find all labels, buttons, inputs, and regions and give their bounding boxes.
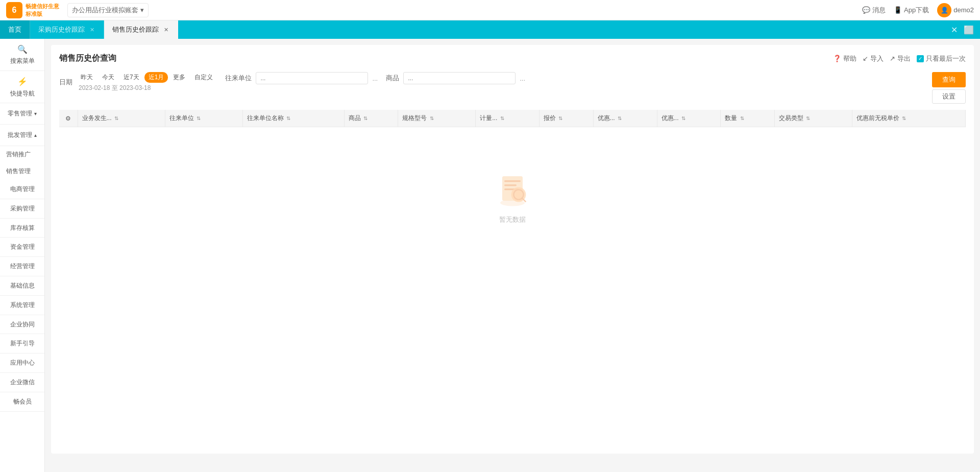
chevron-down-icon: ▾: [140, 6, 144, 14]
col-discount1[interactable]: 优惠... ⇅: [593, 110, 657, 127]
col-settings[interactable]: ⚙: [59, 110, 78, 127]
tab-purchase-history[interactable]: 采购历史价跟踪 ✕: [30, 20, 104, 39]
sidebar-item-guide[interactable]: 新手引导: [0, 334, 44, 353]
page-header-actions: ❓ 帮助 ↙ 导入 ↗ 导出 ✓ 只看最后一次: [833, 54, 966, 63]
date-shortcuts: 昨天 今天 近7天 近1月 更多 自定义: [77, 72, 217, 83]
checkbox-icon: ✓: [917, 55, 924, 62]
sort-icon-goods: ⇅: [363, 115, 368, 121]
tab-maximize-icon[interactable]: ⬜: [962, 23, 976, 37]
chevron-down-icon: ▴: [34, 132, 37, 139]
export-icon: ↗: [890, 55, 895, 62]
sidebar-item-app-center[interactable]: 应用中心: [0, 353, 44, 373]
partner-label: 往来单位: [225, 74, 252, 83]
date-btn-yesterday[interactable]: 昨天: [77, 72, 97, 83]
svg-rect-3: [504, 184, 517, 186]
col-quantity[interactable]: 数量 ⇅: [721, 110, 774, 127]
message-action[interactable]: 💬 消息: [862, 6, 886, 15]
goods-label: 商品: [386, 74, 399, 83]
sort-icon-partner-name: ⇅: [286, 115, 290, 121]
col-biz-date[interactable]: 业务发生... ⇅: [78, 110, 165, 127]
empty-state-icon: [492, 168, 533, 209]
col-unit[interactable]: 计量... ⇅: [476, 110, 540, 127]
sidebar-item-wechat[interactable]: 企业微信: [0, 373, 44, 392]
only-last-toggle[interactable]: ✓ 只看最后一次: [917, 54, 966, 63]
goods-more-icon[interactable]: ...: [520, 75, 525, 82]
avatar: 👤: [937, 3, 951, 17]
sidebar-item-system[interactable]: 系统管理: [0, 296, 44, 315]
date-btn-7days[interactable]: 近7天: [119, 72, 143, 83]
app-selector[interactable]: 办公用品行业模拟账套 ▾: [67, 3, 149, 17]
sort-icon-discount2: ⇅: [681, 115, 685, 121]
goods-input[interactable]: [403, 72, 516, 84]
tab-bar: 首页 采购历史价跟踪 ✕ 销售历史价跟踪 ✕ ✕ ⬜: [0, 20, 980, 39]
col-partner-code[interactable]: 往来单位 ⇅: [165, 110, 243, 127]
header-right: 💬 消息 📱 App下载 👤 demo2: [862, 3, 974, 17]
page-title: 销售历史价查询: [59, 53, 116, 64]
sidebar-item-ecommerce[interactable]: 电商管理: [0, 180, 44, 199]
tab-bar-controls: ✕ ⬜: [949, 23, 980, 37]
sort-icon-quote: ⇅: [558, 115, 562, 121]
help-action[interactable]: ❓ 帮助: [833, 54, 856, 63]
header-left: 6 畅捷信好生意 标准版 办公用品行业模拟账套 ▾: [6, 2, 149, 18]
avatar-icon: 👤: [941, 7, 948, 14]
query-button[interactable]: 查询: [932, 72, 966, 87]
sidebar-item-search-menu[interactable]: 🔍 搜索菜单: [0, 39, 44, 71]
settings-button[interactable]: 设置: [932, 89, 966, 104]
page-header: 销售历史价查询 ❓ 帮助 ↙ 导入 ↗ 导出: [59, 53, 966, 64]
sidebar-item-wholesale-mgmt[interactable]: 批发管理 ▴: [0, 125, 44, 146]
sidebar-item-member[interactable]: 畅会员: [0, 392, 44, 412]
partner-input[interactable]: [256, 72, 368, 84]
col-spec[interactable]: 规格型号 ⇅: [398, 110, 476, 127]
import-action[interactable]: ↙ 导入: [863, 54, 884, 63]
col-trade-type[interactable]: 交易类型 ⇅: [774, 110, 852, 127]
date-btn-more[interactable]: 更多: [169, 72, 189, 83]
sidebar-item-quick-nav[interactable]: ⚡ 快捷导航: [0, 71, 44, 103]
tab-close-all-icon[interactable]: ✕: [949, 23, 960, 37]
download-icon: 📱: [894, 6, 902, 14]
date-btn-today[interactable]: 今天: [98, 72, 118, 83]
sidebar-item-inventory[interactable]: 库存核算: [0, 219, 44, 238]
date-btn-custom[interactable]: 自定义: [190, 72, 217, 83]
sort-icon-unit: ⇅: [500, 115, 504, 121]
page-content: 销售历史价查询 ❓ 帮助 ↙ 导入 ↗ 导出: [45, 39, 980, 472]
user-action[interactable]: 👤 demo2: [937, 3, 974, 17]
tab-home[interactable]: 首页: [0, 20, 30, 39]
col-pre-tax-price[interactable]: 优惠前无税单价 ⇅: [852, 110, 965, 127]
sidebar-item-purchase[interactable]: 采购管理: [0, 199, 44, 219]
app-download-action[interactable]: 📱 App下载: [894, 6, 929, 15]
sidebar-item-finance[interactable]: 资金管理: [0, 238, 44, 257]
help-icon: ❓: [833, 55, 841, 62]
sidebar-item-operations[interactable]: 经营管理: [0, 257, 44, 276]
nav-icon: ⚡: [17, 76, 28, 87]
sort-icon-trade-type: ⇅: [806, 115, 810, 121]
logo-area: 6 畅捷信好生意 标准版: [6, 2, 59, 18]
partner-filter-group: 往来单位 ...: [225, 72, 378, 84]
top-header: 6 畅捷信好生意 标准版 办公用品行业模拟账套 ▾ 💬 消息 📱 App下载 👤…: [0, 0, 980, 20]
import-icon: ↙: [863, 55, 868, 62]
sidebar-item-sales-mgmt[interactable]: 销售管理: [0, 163, 44, 180]
sidebar-item-marketing[interactable]: 营销推广: [0, 146, 44, 163]
tab-purchase-close-icon[interactable]: ✕: [89, 26, 95, 34]
sidebar-item-retail-mgmt[interactable]: 零售管理 ▾: [0, 103, 44, 125]
search-icon: 🔍: [17, 44, 28, 55]
tab-sales-history[interactable]: 销售历史价跟踪 ✕: [104, 20, 178, 39]
partner-more-icon[interactable]: ...: [372, 75, 378, 82]
empty-state: 暂无数据: [59, 127, 966, 265]
tab-sales-close-icon[interactable]: ✕: [163, 26, 169, 34]
filter-row-1: 日期 昨天 今天 近7天 近1月 更多 自定义 202: [59, 72, 966, 104]
col-quote[interactable]: 报价 ⇅: [540, 110, 593, 127]
filter-container: 日期 昨天 今天 近7天 近1月 更多 自定义 202: [59, 72, 966, 104]
col-discount2[interactable]: 优惠... ⇅: [657, 110, 721, 127]
settings-icon[interactable]: ⚙: [65, 115, 71, 122]
chevron-right-icon: ▾: [34, 110, 37, 117]
sort-icon-discount1: ⇅: [618, 115, 622, 121]
col-partner-name[interactable]: 往来单位名称 ⇅: [243, 110, 345, 127]
date-btn-1month[interactable]: 近1月: [144, 72, 168, 83]
sidebar-item-basic-info[interactable]: 基础信息: [0, 276, 44, 296]
sort-icon-partner-code: ⇅: [197, 115, 201, 121]
export-action[interactable]: ↗ 导出: [890, 54, 911, 63]
logo-icon: 6: [6, 2, 22, 18]
sidebar-item-enterprise[interactable]: 企业协同: [0, 315, 44, 335]
message-icon: 💬: [862, 6, 870, 14]
col-goods[interactable]: 商品 ⇅: [344, 110, 398, 127]
